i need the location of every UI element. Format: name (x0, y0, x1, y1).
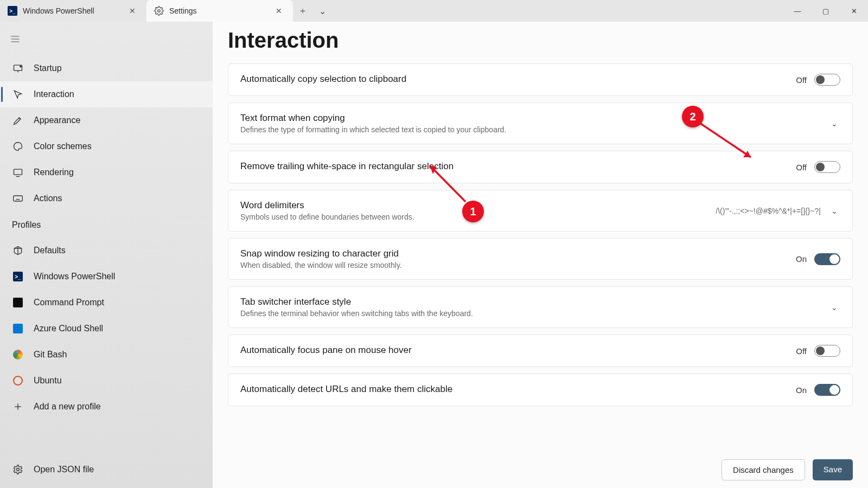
toggle-state: Off (796, 346, 807, 356)
toggle-detect-urls[interactable] (814, 384, 840, 396)
row-desc: When disabled, the window will resize sm… (240, 261, 785, 269)
sidebar: Startup Interaction Appearance Color sch… (0, 22, 213, 488)
window-controls: — ▢ ✕ (783, 0, 868, 22)
row-title: Word delimiters (240, 200, 705, 211)
appearance-icon (12, 114, 24, 126)
row-desc: Defines the type of formatting in which … (240, 125, 818, 134)
chevron-down-icon[interactable]: ⌄ (828, 207, 840, 215)
tab-label: Settings (169, 7, 197, 15)
hamburger-button[interactable] (0, 28, 213, 52)
content: Interaction Automatically copy selection… (213, 22, 868, 488)
row-text-format[interactable]: Text format when copying Defines the typ… (228, 102, 853, 144)
sidebar-item-label: Command Prompt (34, 298, 104, 307)
row-title: Remove trailing white-space in rectangul… (240, 161, 785, 172)
toggle-copy-selection[interactable] (814, 74, 840, 86)
sidebar-profile-cmd[interactable]: Command Prompt (0, 290, 213, 316)
sidebar-profile-ubuntu[interactable]: Ubuntu (0, 368, 213, 394)
gitbash-icon (12, 349, 24, 361)
sidebar-item-label: Git Bash (34, 350, 67, 359)
body: Startup Interaction Appearance Color sch… (0, 22, 868, 488)
rendering-icon (12, 166, 24, 178)
plus-icon (12, 401, 24, 413)
chevron-down-icon[interactable]: ⌄ (828, 303, 840, 312)
sidebar-item-interaction[interactable]: Interaction (0, 81, 213, 107)
sidebar-add-profile[interactable]: Add a new profile (0, 394, 213, 420)
row-desc: Symbols used to define boundaries betwee… (240, 213, 705, 221)
palette-icon (12, 140, 24, 152)
toggle-state: Off (796, 75, 807, 85)
new-tab-button[interactable]: ＋ (293, 0, 312, 22)
sidebar-item-rendering[interactable]: Rendering (0, 159, 213, 185)
row-title: Snap window resizing to character grid (240, 248, 785, 259)
sidebar-item-label: Azure Cloud Shell (34, 324, 103, 333)
discard-button[interactable]: Discard changes (722, 459, 805, 480)
sidebar-item-color-schemes[interactable]: Color schemes (0, 133, 213, 159)
tab-settings[interactable]: Settings ✕ (146, 0, 293, 22)
titlebar: >_ Windows PowerShell ✕ Settings ✕ ＋ ⌄ —… (0, 0, 868, 22)
toggle-state: On (796, 386, 807, 395)
sidebar-item-startup[interactable]: Startup (0, 55, 213, 81)
nav-profiles: Defaults >_ Windows PowerShell Command P… (0, 237, 213, 420)
row-title: Automatically copy selection to clipboar… (240, 74, 785, 85)
sidebar-item-label: Windows PowerShell (34, 272, 115, 281)
sidebar-profile-powershell[interactable]: >_ Windows PowerShell (0, 264, 213, 290)
row-detect-urls[interactable]: Automatically detect URLs and make them … (228, 374, 853, 406)
row-tab-switcher[interactable]: Tab switcher interface style Defines the… (228, 286, 853, 328)
row-focus-hover[interactable]: Automatically focus pane on mouse hover … (228, 335, 853, 367)
sidebar-profile-azure[interactable]: Azure Cloud Shell (0, 316, 213, 342)
close-icon[interactable]: ✕ (272, 4, 285, 17)
profiles-header: Profiles (0, 211, 213, 234)
sidebar-item-label: Color schemes (34, 142, 92, 151)
sidebar-item-label: Defaults (34, 246, 66, 255)
toggle-state: On (796, 254, 807, 264)
sidebar-item-label: Open JSON file (34, 465, 94, 474)
sidebar-item-label: Add a new profile (34, 402, 101, 412)
toggle-focus-hover[interactable] (814, 345, 840, 357)
svg-point-5 (20, 66, 21, 67)
keyboard-icon (12, 192, 24, 204)
svg-point-0 (158, 10, 161, 12)
page-title: Interaction (228, 28, 853, 53)
tab-powershell[interactable]: >_ Windows PowerShell ✕ (0, 0, 146, 22)
sidebar-profile-defaults[interactable]: Defaults (0, 237, 213, 264)
close-icon[interactable]: ✕ (126, 4, 139, 17)
svg-rect-6 (14, 169, 22, 175)
startup-icon (12, 62, 24, 74)
powershell-icon: >_ (8, 6, 17, 16)
row-desc: Defines the terminal behavior when switc… (240, 309, 818, 318)
chevron-down-icon[interactable]: ⌄ (828, 119, 840, 128)
svg-rect-7 (14, 196, 23, 201)
sidebar-item-appearance[interactable]: Appearance (0, 107, 213, 133)
powershell-icon: >_ (12, 271, 24, 282)
row-value: /\()"'-.,:;<>~!@#$%^&*|+=[]{}~?| (716, 207, 821, 215)
minimize-button[interactable]: — (783, 0, 812, 22)
ubuntu-icon (12, 375, 24, 387)
row-title: Text format when copying (240, 113, 818, 124)
tab-dropdown-button[interactable]: ⌄ (312, 0, 332, 22)
gear-icon (12, 464, 24, 476)
sidebar-item-label: Startup (34, 63, 62, 73)
defaults-icon (12, 245, 24, 256)
maximize-button[interactable]: ▢ (812, 0, 840, 22)
interaction-icon (12, 88, 24, 100)
sidebar-item-label: Ubuntu (34, 376, 62, 386)
toggle-snap-resize[interactable] (814, 253, 840, 265)
row-snap-resize[interactable]: Snap window resizing to character grid W… (228, 238, 853, 280)
sidebar-open-json[interactable]: Open JSON file (0, 457, 213, 483)
sidebar-item-label: Appearance (34, 115, 80, 125)
save-button[interactable]: Save (813, 459, 853, 480)
tab-label: Windows PowerShell (23, 7, 94, 15)
row-copy-selection[interactable]: Automatically copy selection to clipboar… (228, 63, 853, 96)
toggle-trim-trailing[interactable] (814, 161, 840, 173)
gear-icon (154, 6, 164, 16)
sidebar-item-label: Rendering (34, 168, 74, 177)
sidebar-profile-gitbash[interactable]: Git Bash (0, 342, 213, 368)
sidebar-item-actions[interactable]: Actions (0, 185, 213, 211)
row-word-delimiters[interactable]: Word delimiters Symbols used to define b… (228, 190, 853, 232)
azure-icon (12, 323, 24, 335)
row-title: Tab switcher interface style (240, 297, 818, 307)
row-trim-trailing[interactable]: Remove trailing white-space in rectangul… (228, 151, 853, 183)
row-title: Automatically focus pane on mouse hover (240, 345, 785, 356)
close-window-button[interactable]: ✕ (840, 0, 868, 22)
nav-settings: Startup Interaction Appearance Color sch… (0, 55, 213, 211)
